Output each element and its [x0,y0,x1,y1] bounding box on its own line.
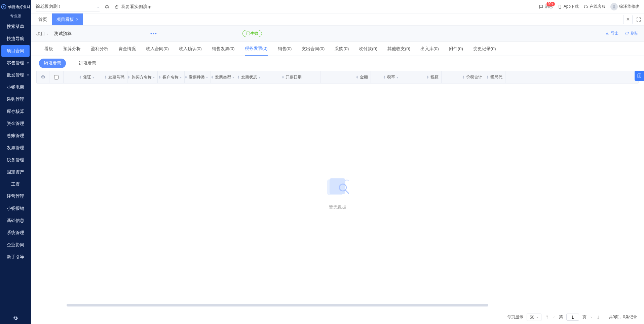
column-header-10[interactable]: ▲▼税额 [401,71,442,83]
sidebar-item-16[interactable]: 基础信息 [0,215,31,227]
detail-tab-5[interactable]: 收入确认(0) [179,42,202,55]
workspace-tab-1[interactable]: 项目看板× [52,13,83,25]
sidebar-settings-button[interactable] [0,313,31,324]
sort-icon[interactable]: ▲▼ [282,75,285,79]
column-header-11[interactable]: ▲▼价税合计 [442,71,485,83]
export-button[interactable]: 导出 [605,31,619,36]
user-menu[interactable]: 徐泽华修改 [610,3,639,10]
select-all-checkbox[interactable] [54,75,59,79]
filter-icon[interactable]: ▾ [259,75,260,79]
sort-icon[interactable]: ▲▼ [79,75,82,79]
sidebar-item-7[interactable]: 库存核算 [0,105,31,118]
sort-icon[interactable]: ▲▼ [127,75,130,79]
per-page-select[interactable]: 50 [527,314,541,321]
sidebar-item-15[interactable]: 小畅报销 [0,202,31,215]
page-input[interactable] [566,314,579,321]
sidebar-item-10[interactable]: 发票管理 [0,142,31,154]
sort-icon[interactable]: ▲▼ [237,75,240,79]
sort-icon[interactable]: ▲▼ [158,75,161,79]
sidebar-item-8[interactable]: 资金管理 [0,118,31,130]
brand-logo[interactable]: 畅捷通好业财 [0,0,31,13]
sidebar-item-12[interactable]: 固定资产 [0,166,31,178]
sidebar-item-5[interactable]: 小畅电商 [0,81,31,93]
detail-tab-11[interactable]: 收付款(0) [359,42,377,55]
sidebar-item-6[interactable]: 采购管理 [0,93,31,105]
sort-icon[interactable]: ▲▼ [185,75,187,79]
sidebar-item-11[interactable]: 税务管理 [0,154,31,166]
close-icon[interactable]: × [76,17,78,22]
empty-icon [323,175,352,199]
column-header-9[interactable]: ▲▼税率▾ [371,71,401,83]
app-download-button[interactable]: App下载 [558,4,579,9]
sort-icon[interactable]: ▲▼ [383,75,386,79]
filter-icon[interactable]: ▾ [232,75,234,79]
column-header-2[interactable]: ▲▼购买方名称▾ [127,71,158,83]
prev-page-button[interactable]: ‹ [553,315,556,320]
detail-tab-9[interactable]: 支出合同(0) [302,42,325,55]
column-header-3[interactable]: ▲▼客户名称▾ [158,71,185,83]
detail-tab-13[interactable]: 出入库(0) [420,42,439,55]
column-header-0[interactable]: ▲▼凭证▾ [64,71,97,83]
close-all-tabs-button[interactable]: ✕ [623,15,633,24]
filter-icon[interactable]: ▾ [206,75,208,79]
sub-tab-0[interactable]: 销项发票 [39,59,66,68]
sidebar-item-18[interactable]: 企业协同 [0,239,31,251]
org-settings-button[interactable] [104,4,110,9]
detail-tab-2[interactable]: 盈利分析 [91,42,108,55]
org-selector[interactable]: 徐老板勿删！ ⌄ [36,2,100,11]
next-page-button[interactable]: › [590,315,593,320]
detail-tab-12[interactable]: 其他收支(0) [387,42,410,55]
sidebar-item-4[interactable]: 批发管理▾ [0,69,31,81]
column-header-5[interactable]: ▲▼发票类型▾ [211,71,237,83]
column-header-12[interactable]: ▲▼税局代 [485,71,505,83]
sidebar-item-17[interactable]: 系统管理 [0,227,31,239]
sort-icon[interactable]: ▲▼ [356,75,358,79]
filter-icon[interactable]: ▾ [180,75,182,79]
scrollbar-thumb[interactable] [67,304,488,306]
sort-icon[interactable]: ▲▼ [211,75,214,79]
sidebar-item-19[interactable]: 新手引导 [0,251,31,263]
column-header-1[interactable]: ▲▼发票号码 [97,71,127,83]
detail-tab-7[interactable]: 税务发票(0) [245,42,268,56]
filter-icon[interactable]: ▾ [153,75,155,79]
sidebar-item-1[interactable]: 快捷导航 [0,33,31,45]
demo-link[interactable]: 我要看实例演示 [114,4,152,10]
filter-icon[interactable]: ▾ [92,75,94,79]
sort-icon[interactable]: ▲▼ [104,75,107,79]
sidebar-item-13[interactable]: 工资 [0,178,31,190]
fullscreen-button[interactable] [636,17,641,22]
detail-tab-10[interactable]: 采购(0) [335,42,349,55]
sidebar-item-2[interactable]: 项目合同 [1,45,30,57]
detail-tab-14[interactable]: 附件(0) [449,42,463,55]
sidebar-item-0[interactable]: 搜索菜单 [0,21,31,33]
refresh-button[interactable]: 刷新 [625,31,639,36]
detail-tab-6[interactable]: 销售发票(0) [212,42,235,55]
workspace-tab-0[interactable]: 首页 [34,13,52,25]
sidebar-item-9[interactable]: 总账管理 [0,130,31,142]
sidebar-item-3[interactable]: 零售管理▾ [0,57,31,69]
detail-tab-0[interactable]: 看板 [44,42,53,55]
detail-tab-15[interactable]: 变更记录(0) [473,42,496,55]
messages-button[interactable]: 消息 99+ [539,4,553,9]
last-page-button[interactable]: ⤓ [596,315,601,320]
sort-icon[interactable]: ▲▼ [486,75,489,79]
first-page-button[interactable]: ⤒ [545,315,550,320]
column-settings-button[interactable] [37,71,49,83]
column-header-8[interactable]: ▲▼金额 [320,71,371,83]
filter-icon[interactable]: ▾ [396,75,398,79]
column-header-7[interactable]: ▲▼开票日期 [263,71,320,83]
horizontal-scrollbar[interactable] [36,303,639,307]
detail-tab-8[interactable]: 销售(0) [278,42,292,55]
sort-icon[interactable]: ▲▼ [462,75,465,79]
detail-tab-1[interactable]: 预算分析 [63,42,81,55]
sub-tab-1[interactable]: 进项发票 [74,59,101,68]
sidebar-item-14[interactable]: 经营管理 [0,190,31,202]
project-more-button[interactable]: ••• [76,31,238,37]
detail-tab-4[interactable]: 收入合同(0) [146,42,169,55]
detail-tab-3[interactable]: 资金情况 [118,42,136,55]
sort-icon[interactable]: ▲▼ [426,75,429,79]
support-button[interactable]: 在线客服 [583,4,606,9]
column-header-6[interactable]: ▲▼发票状态▾ [237,71,263,83]
column-header-4[interactable]: ▲▼发票种类▾ [185,71,211,83]
side-float-button[interactable] [635,71,644,81]
